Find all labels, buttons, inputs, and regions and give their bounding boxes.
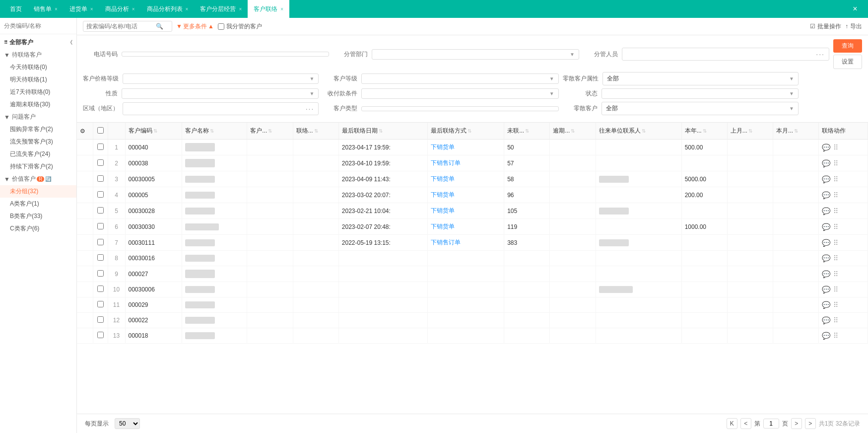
comment-icon[interactable]: 💬 <box>822 175 830 183</box>
nav-purchase[interactable]: 进货单 × <box>64 0 99 18</box>
comment-icon[interactable]: 💬 <box>822 207 830 215</box>
comment-icon[interactable]: 💬 <box>822 301 830 309</box>
price-tier-select[interactable]: ▼ <box>123 73 319 84</box>
more-conditions-toggle[interactable]: ▼ 更多条件 ▲ <box>176 22 214 31</box>
sidebar-group-pending[interactable]: ▼ 待联络客户 <box>0 49 76 61</box>
grid-action-icon[interactable]: ⠿ <box>833 316 838 324</box>
select-all-checkbox[interactable] <box>97 127 104 134</box>
comment-icon[interactable]: 💬 <box>822 286 830 293</box>
per-page-select[interactable]: 50 20 100 <box>115 418 140 429</box>
sidebar-item-class-c[interactable]: C类客户(6) <box>0 222 76 235</box>
checkbox-cell[interactable] <box>93 235 108 251</box>
checkbox-cell[interactable] <box>93 266 108 282</box>
last-page-btn[interactable]: > <box>805 418 816 429</box>
comment-icon[interactable]: 💬 <box>822 223 830 231</box>
comment-icon[interactable]: 💬 <box>822 191 830 199</box>
retail-customer-select[interactable]: 全部 ▼ <box>601 102 799 115</box>
customer-search-input[interactable] <box>86 23 156 30</box>
name-col-header[interactable]: 客户名称⇅ <box>182 123 247 140</box>
phone-input[interactable] <box>122 52 329 57</box>
region-input[interactable]: ··· <box>123 102 319 115</box>
grid-action-icon[interactable]: ⠿ <box>833 191 838 199</box>
comment-icon[interactable]: 💬 <box>822 159 830 167</box>
reset-button[interactable]: 设置 <box>833 55 862 69</box>
close-customer-tier-tab[interactable]: × <box>239 6 242 12</box>
sidebar-item-ungroup[interactable]: 未分组(32) <box>0 185 76 198</box>
checkbox-cell[interactable] <box>93 313 108 328</box>
status-select[interactable]: ▼ <box>601 88 799 99</box>
checkbox-cell[interactable] <box>93 155 108 171</box>
grid-action-icon[interactable]: ⠿ <box>833 175 838 183</box>
grid-action-icon[interactable]: ⠿ <box>833 144 838 151</box>
comment-icon[interactable]: 💬 <box>822 316 830 324</box>
department-select[interactable]: ▼ <box>372 49 579 60</box>
nav-home[interactable]: 首页 <box>4 0 28 18</box>
first-page-btn[interactable]: K <box>727 418 737 429</box>
checkbox-col-header[interactable] <box>93 123 108 140</box>
export-btn[interactable]: ↑ 导出 <box>845 22 862 31</box>
region-more-icon[interactable]: ··· <box>306 105 315 113</box>
last-month-col-header[interactable]: 上月...⇅ <box>727 123 773 140</box>
close-purchase-tab[interactable]: × <box>90 6 93 12</box>
checkbox-cell[interactable] <box>93 140 108 155</box>
checkbox-cell[interactable] <box>93 297 108 313</box>
sidebar-item-class-a[interactable]: A类客户(1) <box>0 198 76 210</box>
sidebar-item-today-pending[interactable]: 今天待联络(0) <box>0 61 76 73</box>
checkbox-cell[interactable] <box>93 171 108 187</box>
checkbox-cell[interactable] <box>93 328 108 344</box>
manager-input[interactable]: ··· <box>622 48 829 61</box>
my-customers-checkbox[interactable]: 我分管的客户 <box>218 22 262 31</box>
checkbox-cell[interactable] <box>93 251 108 266</box>
code-col-header[interactable]: 客户编码⇅ <box>125 123 182 140</box>
checkbox-cell[interactable] <box>93 203 108 219</box>
my-customers-check[interactable] <box>218 23 224 30</box>
nav-customer-contact[interactable]: 客户联络 × <box>248 0 289 18</box>
last-contact-method-col-header[interactable]: 最后联络方式⇅ <box>428 123 504 140</box>
grid-action-icon[interactable]: ⠿ <box>833 254 838 262</box>
contact-person-col-header[interactable]: 往来单位联系人⇅ <box>596 123 681 140</box>
comment-icon[interactable]: 💬 <box>822 144 830 151</box>
close-product-analysis-list-tab[interactable]: × <box>186 6 189 12</box>
customer-tier-select[interactable]: ▼ <box>361 73 558 84</box>
sidebar-item-churn-warning[interactable]: 流失预警客户(3) <box>0 136 76 148</box>
comment-icon[interactable]: 💬 <box>822 254 830 262</box>
grid-action-icon[interactable]: ⠿ <box>833 301 838 309</box>
search-icon[interactable]: 🔍 <box>156 23 163 30</box>
sidebar-item-class-b[interactable]: B类客户(33) <box>0 210 76 222</box>
comment-icon[interactable]: 💬 <box>822 332 830 340</box>
checkbox-cell[interactable] <box>93 219 108 235</box>
close-customer-contact-tab[interactable]: × <box>280 6 283 12</box>
checkbox-cell[interactable] <box>93 282 108 297</box>
sidebar-item-overdue-pending[interactable]: 逾期未联络(30) <box>0 98 76 111</box>
no-contact-col-header[interactable]: 未联...⇅ <box>504 123 550 140</box>
sidebar-search-input[interactable] <box>4 22 77 29</box>
query-button[interactable]: 查询 <box>833 39 862 53</box>
checkbox-cell[interactable] <box>93 187 108 203</box>
this-year-col-header[interactable]: 本年...⇅ <box>681 123 727 140</box>
more-icon[interactable]: ··· <box>816 50 825 58</box>
sidebar-group-value[interactable]: ▼ 价值客户 R 🔄 <box>0 173 76 185</box>
settings-icon[interactable]: ⚙ <box>80 128 85 135</box>
sidebar-item-abnormal[interactable]: 囤购异常客户(2) <box>0 123 76 136</box>
close-sales-tab[interactable]: × <box>55 6 58 12</box>
sidebar-group-problem[interactable]: ▼ 问题客户 <box>0 111 76 123</box>
nav-customer-tier[interactable]: 客户分层经营 × <box>194 0 248 18</box>
page-number-input[interactable] <box>763 419 779 429</box>
grid-action-icon[interactable]: ⠿ <box>833 207 838 215</box>
grid-action-icon[interactable]: ⠿ <box>833 286 838 293</box>
nature-select[interactable]: ▼ <box>122 88 319 99</box>
close-product-analysis-tab[interactable]: × <box>132 6 135 12</box>
comment-icon[interactable]: 💬 <box>822 270 830 278</box>
customer-type-select[interactable] <box>361 106 558 111</box>
nav-sales[interactable]: 销售单 × <box>28 0 64 18</box>
grid-action-icon[interactable]: ⠿ <box>833 270 838 278</box>
grid-action-icon[interactable]: ⠿ <box>833 159 838 167</box>
sidebar-item-week-pending[interactable]: 近7天待联络(0) <box>0 86 76 98</box>
comment-icon[interactable]: 💬 <box>822 239 830 247</box>
sidebar-all-customers[interactable]: ⠿ 全部客户 《 <box>0 34 76 49</box>
sidebar-item-declining[interactable]: 持续下滑客户(2) <box>0 160 76 173</box>
contact-col-header[interactable]: 联络...⇅ <box>293 123 338 140</box>
grid-action-icon[interactable]: ⠿ <box>833 332 838 340</box>
payment-select[interactable]: ▼ <box>361 88 558 99</box>
batch-operation-btn[interactable]: ☑ 批量操作 <box>810 22 841 31</box>
